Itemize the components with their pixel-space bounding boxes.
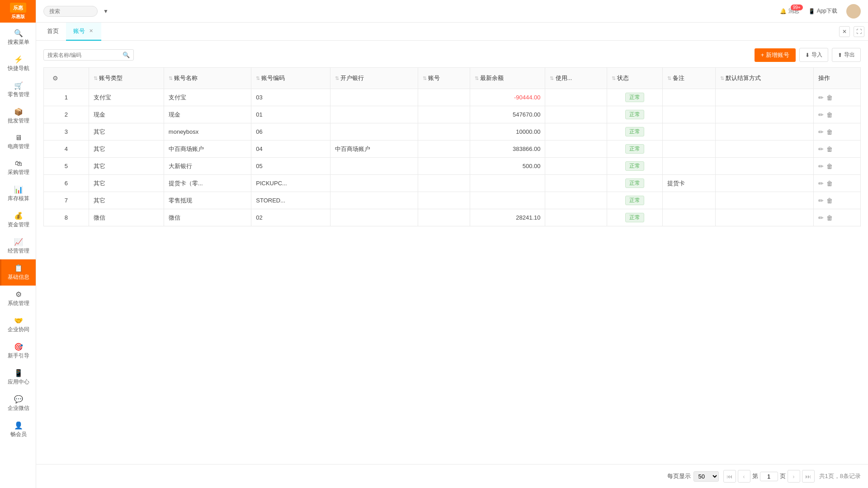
col-header-usage[interactable]: 使用... [545,68,607,89]
edit-icon[interactable]: ✏ [818,214,824,221]
row-balance: 500.00 [470,158,545,175]
row-code: 02 [251,209,330,226]
notification-button[interactable]: 🔔 消息 99+ [780,7,799,15]
delete-icon[interactable]: 🗑 [826,94,833,101]
delete-icon[interactable]: 🗑 [826,214,833,221]
row-bank: 中百商场账户 [330,141,418,158]
col-header-balance[interactable]: 最新余额 [470,68,545,89]
delete-icon[interactable]: 🗑 [826,180,833,187]
last-page-button[interactable]: ⏭ [802,470,815,483]
sidebar-item-enterprise-agreement[interactable]: 🤝企业协同 [0,312,36,338]
sidebar-item-purchase-manage[interactable]: 🛍采购管理 [0,155,36,181]
row-remark [663,123,716,141]
row-remark [663,141,716,158]
edit-icon[interactable]: ✏ [818,94,824,101]
prev-page-button[interactable]: ‹ [738,470,750,483]
delete-icon[interactable]: 🗑 [826,128,833,136]
row-name: 现金 [164,106,251,123]
import-button[interactable]: ⬇ 导入 [799,48,828,62]
row-balance [470,175,545,192]
table-row: 8微信微信0228241.10正常 ✏ 🗑 [44,209,861,226]
column-settings-button[interactable]: ⚙ [48,71,62,85]
total-info: 共1页，8条记录 [819,472,861,480]
row-status: 正常 [607,141,663,158]
sidebar-item-system-manage[interactable]: ⚙系统管理 [0,286,36,312]
tab-close-all-button[interactable]: ✕ [839,26,850,37]
row-account [418,175,470,192]
next-page-button[interactable]: › [788,470,800,483]
row-actions: ✏ 🗑 [814,209,861,226]
row-usage [545,175,607,192]
sidebar-item-new-guide[interactable]: 🎯新手引导 [0,338,36,364]
export-icon: ⬆ [838,52,842,58]
edit-icon[interactable]: ✏ [818,180,824,187]
page-size-dropdown[interactable]: 50 100 [693,471,719,482]
row-usage [545,141,607,158]
sidebar-item-label: 畅会员 [10,431,27,438]
edit-icon[interactable]: ✏ [818,111,824,118]
sidebar-item-quick-nav[interactable]: ⚡快捷导航 [0,51,36,77]
sidebar-item-app-center[interactable]: 📱应用中心 [0,364,36,390]
page-number-input[interactable] [760,472,778,481]
edit-icon[interactable]: ✏ [818,197,824,204]
row-type: 其它 [89,141,164,158]
col-header-account[interactable]: 账号 [418,68,470,89]
sidebar-item-enterprise-wechat[interactable]: 💬企业微信 [0,390,36,417]
search-input[interactable] [47,52,120,58]
new-guide-icon: 🎯 [14,343,23,351]
page-end-label: 页 [780,472,786,480]
delete-icon[interactable]: 🗑 [826,163,833,170]
edit-icon[interactable]: ✏ [818,128,824,136]
tab-actions: ✕ ⛶ [839,26,864,37]
sidebar-item-capital-manage[interactable]: 💰资金管理 [0,207,36,233]
delete-icon[interactable]: 🗑 [826,197,833,204]
col-header-bank[interactable]: 开户银行 [330,68,418,89]
search-icon: 🔍 [123,52,130,58]
sidebar-item-wholesale-manage[interactable]: 📦批发管理 [0,103,36,129]
app-center-icon: 📱 [14,369,23,377]
col-header-default_settlement[interactable]: 默认结算方式 [716,68,814,89]
quick-nav-icon: ⚡ [14,55,23,64]
row-status: 正常 [607,175,663,192]
tab-fullscreen-button[interactable]: ⛶ [854,26,864,37]
first-page-button[interactable]: ⏮ [723,470,736,483]
col-header-remark[interactable]: 备注 [663,68,716,89]
col-header-status[interactable]: 状态 [607,68,663,89]
top-search-input[interactable] [43,6,98,17]
row-type: 现金 [89,106,164,123]
col-header-name[interactable]: 账号名称 [164,68,251,89]
row-bank [330,106,418,123]
col-header-type[interactable]: 账号类型 [89,68,164,89]
search-menu-icon: 🔍 [14,29,23,38]
delete-icon[interactable]: 🗑 [826,111,833,118]
header-dropdown[interactable]: ▼ [103,8,108,14]
edit-icon[interactable]: ✏ [818,163,824,170]
sidebar-item-basic-info[interactable]: 📋基础信息 [0,259,36,286]
enterprise-agreement-icon: 🤝 [14,316,23,325]
sidebar-item-operation-manage[interactable]: 📈经营管理 [0,233,36,259]
row-bank [330,209,418,226]
export-button[interactable]: ⬆ 导出 [832,48,861,62]
col-header-code[interactable]: 账号编码 [251,68,330,89]
add-account-button[interactable]: + 新增账号 [755,48,796,62]
edit-icon[interactable]: ✏ [818,145,824,153]
sidebar-item-search-menu[interactable]: 🔍搜索菜单 [0,24,36,51]
tab-close-icon[interactable]: ✕ [88,28,94,34]
sidebar-item-inventory-calc[interactable]: 📊库存核算 [0,181,36,207]
logo-icon: 乐惠 [10,3,26,13]
row-name: 中百商场账户 [164,141,251,158]
enterprise-wechat-icon: 💬 [14,395,23,404]
delete-icon[interactable]: 🗑 [826,145,833,153]
sidebar-item-retail-manage[interactable]: 🛒零售管理 [0,77,36,103]
table-row: 2现金现金01547670.00正常 ✏ 🗑 [44,106,861,123]
tab-home[interactable]: 首页 [40,23,66,41]
row-type: 支付宝 [89,89,164,106]
row-type: 其它 [89,192,164,209]
sidebar-item-member[interactable]: 👤畅会员 [0,417,36,443]
row-bank [330,175,418,192]
sidebar-item-ecommerce-manage[interactable]: 🖥电商管理 [0,129,36,155]
row-index: 1 [44,89,89,106]
tab-account[interactable]: 账号✕ [66,23,101,41]
avatar[interactable] [846,4,861,19]
app-download-button[interactable]: 📱 App下载 [808,7,837,15]
